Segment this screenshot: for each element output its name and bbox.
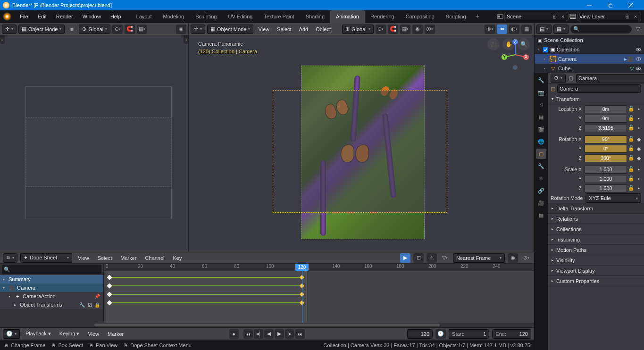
add-workspace-button[interactable]: + <box>472 10 483 23</box>
eye-icon[interactable] <box>636 47 641 52</box>
panel-relations[interactable]: ▸Relations <box>548 214 644 224</box>
play-button[interactable]: ▶ <box>275 329 284 339</box>
panel-visibility[interactable]: ▸Visibility <box>548 255 644 266</box>
tab-texture-paint[interactable]: Texture Paint <box>258 10 300 23</box>
keyframe-dot-active[interactable]: ◆ <box>636 155 642 161</box>
rotation-z-field[interactable]: 360° <box>585 154 627 162</box>
show-errors-icon[interactable]: ⚠ <box>427 253 437 263</box>
dope-timeline[interactable]: 0 20 40 60 80 100 120 140 160 180 200 22… <box>104 264 534 323</box>
autokey-button[interactable]: ● <box>229 329 239 339</box>
close-button[interactable] <box>620 0 641 10</box>
snap-type-left[interactable]: ▦▾ <box>137 25 147 34</box>
snap-mode-selector[interactable]: Nearest Frame▾ <box>453 253 505 263</box>
menu-render[interactable]: Render <box>51 12 78 21</box>
outliner-filter-icon[interactable]: ▽ <box>634 25 642 33</box>
menu-add[interactable]: Add <box>296 25 311 33</box>
viewport-right[interactable]: Camera Panoramic (120) Collection | Came… <box>189 35 534 252</box>
rotation-mode-selector[interactable]: XYZ Eule▾ <box>585 193 641 203</box>
panel-viewport-display[interactable]: ▸Viewport Display <box>548 266 644 276</box>
mode-selector-left[interactable]: ▦Object Mode▾ <box>18 25 65 34</box>
snap-toggle-right[interactable]: 🧲 <box>388 25 398 34</box>
scale-x-field[interactable]: 1.000 <box>585 166 627 174</box>
timeline-editor-type[interactable]: 🕐▾ <box>3 329 20 339</box>
outliner-display-mode[interactable]: ▦▾ <box>553 25 569 34</box>
timeline-ruler[interactable]: 0 20 40 60 80 100 120 140 160 180 200 22… <box>104 264 534 271</box>
proptab-modifier[interactable]: 🔧 <box>536 161 546 171</box>
end-frame-field[interactable]: End: <box>492 329 531 339</box>
dope-mode-selector[interactable]: ✦Dope Sheet▾ <box>20 253 72 263</box>
dope-menu-select[interactable]: Select <box>95 254 115 262</box>
lock-icon[interactable]: 🔓 <box>628 166 635 173</box>
editor-type-selector-left[interactable]: ✛▾ <box>2 25 17 34</box>
outliner-scene-collection[interactable]: ▣Scene Collection <box>535 35 644 45</box>
camera-data-icon[interactable]: ▸🎥 <box>624 56 634 62</box>
proptab-world[interactable]: 🌐 <box>536 136 546 147</box>
keyframe-dot[interactable]: • <box>636 106 642 112</box>
gizmo-toggle[interactable]: ⬌ <box>497 25 507 34</box>
blender-icon[interactable] <box>3 12 11 21</box>
proptab-data[interactable]: 🎥 <box>536 198 546 208</box>
tab-shading[interactable]: Shading <box>300 10 330 23</box>
keyframe-dot-active[interactable]: ◆ <box>636 145 642 152</box>
lock-icon[interactable]: 🔓 <box>628 136 635 142</box>
selection-tool-icon[interactable]: ▶ <box>400 253 410 263</box>
maximize-button[interactable] <box>600 0 620 10</box>
outliner-camera[interactable]: ▸🎥Camera▸🎥 <box>535 54 644 64</box>
scale-z-field[interactable]: 1.000 <box>585 184 627 192</box>
snap-type-right[interactable]: ▦▾ <box>400 25 410 34</box>
panel-collections[interactable]: ▸Collections <box>548 224 644 234</box>
dope-action-row[interactable]: ▾✦CameraAction📌 <box>0 292 103 300</box>
outliner-editor-type[interactable]: ▤▾ <box>536 25 552 34</box>
location-x-field[interactable]: 0m <box>585 105 627 113</box>
jump-end-button[interactable]: ⏭ <box>295 329 305 339</box>
dope-transforms-row[interactable]: ▸Object Transforms🔧☑🔒 <box>0 300 103 309</box>
playhead[interactable]: 120 <box>302 264 302 323</box>
tab-uv-editing[interactable]: UV Editing <box>222 10 258 23</box>
lock-icon[interactable]: 🔓 <box>628 106 635 112</box>
timeline-scrollbar[interactable] <box>94 324 440 326</box>
menu-help[interactable]: Help <box>106 12 126 21</box>
proportional-dope-icon[interactable]: ◉ <box>508 253 518 263</box>
menu-object[interactable]: Object <box>313 25 334 33</box>
proptab-texture[interactable]: ▩ <box>536 210 546 220</box>
overlays-toggle[interactable]: ◐▾ <box>509 25 519 34</box>
panel-delta-transform[interactable]: ▸Delta Transform <box>548 203 644 214</box>
xray-toggle[interactable]: ▦ <box>521 25 532 34</box>
panel-transform-header[interactable]: ▾Transform <box>548 94 644 104</box>
minimize-button[interactable] <box>579 0 600 10</box>
keyframe-dot[interactable]: • <box>636 166 642 173</box>
filter-icon[interactable]: ▽▾ <box>440 253 450 263</box>
location-z-field[interactable]: 3.5195 <box>585 124 627 132</box>
collection-enable-checkbox[interactable] <box>543 47 548 52</box>
play-reverse-button[interactable]: ◀ <box>264 329 274 339</box>
scene-selector[interactable]: ⎘ × <box>504 12 569 21</box>
scene-delete-icon[interactable]: × <box>560 13 566 20</box>
next-keyframe-button[interactable]: |▸ <box>285 329 294 339</box>
lock-icon[interactable]: 🔓 <box>628 145 635 152</box>
dope-camera-row[interactable]: ▾🎥Camera <box>0 283 103 292</box>
browse-scene-icon[interactable] <box>496 12 504 21</box>
mute-icon[interactable]: ☑ <box>86 301 93 308</box>
jump-start-button[interactable]: ⏮ <box>243 329 253 339</box>
tab-compositing[interactable]: Compositing <box>400 10 440 23</box>
menu-window[interactable]: Window <box>78 12 106 21</box>
datablock-name-input[interactable] <box>557 84 641 93</box>
orientation-selector-right[interactable]: ⊕Global▾ <box>342 25 374 34</box>
panel-instancing[interactable]: ▸Instancing <box>548 234 644 245</box>
viewlayer-selector[interactable]: ⎘ × <box>577 12 641 21</box>
tab-rendering[interactable]: Rendering <box>365 10 400 23</box>
use-preview-range[interactable]: 🕐 <box>435 329 446 339</box>
outliner-search[interactable]: 🔍 <box>570 25 632 33</box>
lock-icon[interactable]: 🔓 <box>628 185 635 192</box>
menu-playback[interactable]: Playback ▾ <box>23 330 54 338</box>
tab-animation[interactable]: Animation <box>330 10 365 23</box>
dope-menu-marker[interactable]: Marker <box>117 254 139 262</box>
proptab-physics[interactable]: ⚛ <box>536 173 546 183</box>
collapse-handle-icon[interactable]: ▸ <box>0 35 5 44</box>
proportional-falloff[interactable]: ⦿▾ <box>425 25 435 34</box>
eye-icon[interactable] <box>636 56 641 62</box>
dope-menu-channel[interactable]: Channel <box>142 254 167 262</box>
proptab-constraint[interactable]: 🔗 <box>536 185 546 196</box>
rotation-y-field[interactable]: 0° <box>585 145 627 153</box>
wrench-icon[interactable]: 🔧 <box>79 301 85 308</box>
